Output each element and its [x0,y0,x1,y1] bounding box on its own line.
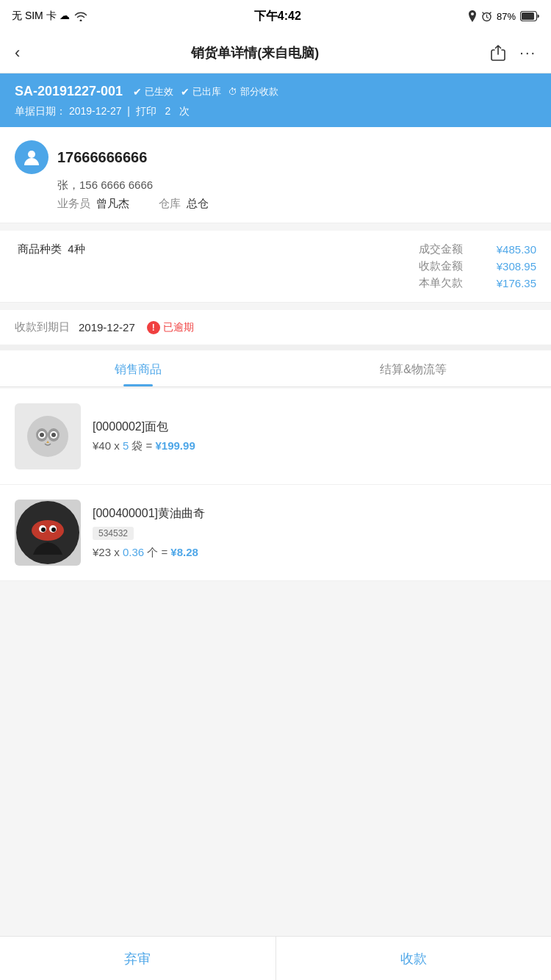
due-section: 收款到期日 2019-12-27 ! 已逾期 [0,310,551,350]
due-date: 2019-12-27 [79,321,135,334]
nav-actions: ··· [490,44,536,61]
collected-label: 收款金额 [419,259,463,273]
warehouse-name: 总仓 [187,197,209,211]
check-icon-2: ✔ [181,86,190,98]
product-info-1: [0000002]面包 ¥40 x 5 袋 = ¥199.99 [93,419,536,453]
debt-label: 本单欠款 [419,276,463,290]
overdue-badge: ! 已逾期 [147,321,194,334]
status-right: 87% [468,10,539,22]
product-qty-1: 5 [123,439,129,452]
customer-phone: 17666666666 [57,149,147,166]
collected-row: 收款金额 ¥308.95 [419,259,536,273]
svg-rect-2 [522,12,534,20]
person-icon [21,147,42,167]
battery-icon [520,11,539,21]
deal-row: 成交金额 ¥485.30 [419,242,536,256]
sales-name: 曾凡杰 [96,197,129,211]
product-name-2: [000400001]黄油曲奇 [93,506,536,522]
sales-label: 业务员 [57,197,90,211]
sales-meta: 业务员 曾凡杰 [57,197,129,211]
status-shipped: ✔ 已出库 [181,85,221,98]
product-qty-2: 0.36 [123,546,144,558]
svg-point-10 [51,433,56,437]
overdue-text: 已逾期 [163,321,194,334]
alarm-icon [481,10,492,22]
status-left: 无 SIM 卡 ☁ [12,10,87,23]
status-time: 下午4:42 [254,9,301,24]
product-total-2: ¥8.28 [170,546,198,558]
clock-icon: ⏱ [228,87,237,97]
back-button[interactable]: ‹ [15,43,20,62]
product-name-1: [0000002]面包 [93,419,536,435]
header-date: 单据日期： 2019-12-27 | 打印 2 次 [15,105,536,118]
status-partial-payment: ⏱ 部分收款 [228,85,278,98]
avatar [15,140,48,174]
warehouse-label: 仓库 [159,197,181,211]
product-thumbnail-1 [15,403,81,469]
sim-label: 无 SIM 卡 ☁ [12,10,70,23]
category-stat: 商品种类 4种 [15,242,85,256]
customer-main-row: 17666666666 [15,140,536,174]
collected-value: ¥308.95 [478,260,536,273]
wifi-icon [74,11,87,21]
customer-meta: 业务员 曾凡杰 仓库 总仓 [15,197,536,211]
more-button[interactable]: ··· [519,44,536,61]
tabs-bar: 销售商品 结算&物流等 [0,350,551,387]
warehouse-meta: 仓库 总仓 [159,197,209,211]
status-effected: ✔ 已生效 [133,85,173,98]
deal-label: 成交金额 [419,242,463,256]
svg-point-17 [51,527,56,532]
bottom-bar: 弃审 收款 [0,936,551,980]
product-list: [0000002]面包 ¥40 x 5 袋 = ¥199.99 [0,389,551,581]
owl-icon [26,414,70,458]
svg-point-13 [32,520,64,541]
status-tags: ✔ 已生效 ✔ 已出库 ⏱ 部分收款 [133,85,278,98]
list-item: [000400001]黄油曲奇 534532 ¥23 x 0.36 个 = ¥8… [0,485,551,581]
stats-section: 商品种类 4种 成交金额 ¥485.30 收款金额 ¥308.95 本单欠款 ¥… [0,231,551,303]
status-bar: 无 SIM 卡 ☁ 下午4:42 87% [0,0,551,32]
svg-point-9 [40,433,44,437]
tab-billing[interactable]: 结算&物流等 [276,350,551,386]
customer-section: 17666666666 张，156 6666 6666 业务员 曾凡杰 仓库 总… [0,127,551,223]
svg-point-3 [28,151,35,158]
product-tag-2: 534532 [93,527,134,540]
product-price-1: ¥40 x 5 袋 = ¥199.99 [93,439,536,453]
cancel-button[interactable]: 弃审 [0,937,276,980]
debt-row: 本单欠款 ¥176.35 [419,276,536,290]
order-id: SA-20191227-001 [15,84,123,99]
location-icon [468,10,477,22]
svg-point-4 [27,416,68,457]
overdue-icon: ! [147,321,160,334]
page-title: 销货单详情(来自电脑) [191,44,319,62]
deal-value: ¥485.30 [478,243,536,256]
customer-name-phone: 张，156 6666 6666 [15,179,536,192]
due-label: 收款到期日 [15,320,70,334]
confirm-button[interactable]: 收款 [276,937,552,980]
product-info-2: [000400001]黄油曲奇 534532 ¥23 x 0.36 个 = ¥8… [93,506,536,560]
battery-label: 87% [497,11,516,22]
product-total-1: ¥199.99 [156,439,195,452]
nav-bar: ‹ 销货单详情(来自电脑) ··· [0,32,551,73]
tab-sales[interactable]: 销售商品 [0,350,276,386]
svg-point-16 [41,527,46,532]
amount-stats: 成交金额 ¥485.30 收款金额 ¥308.95 本单欠款 ¥176.35 [419,242,536,290]
debt-value: ¥176.35 [478,277,536,289]
order-row: SA-20191227-001 ✔ 已生效 ✔ 已出库 ⏱ 部分收款 [15,84,536,99]
product-price-2: ¥23 x 0.36 个 = ¥8.28 [93,546,536,560]
header-banner: SA-20191227-001 ✔ 已生效 ✔ 已出库 ⏱ 部分收款 单据日期：… [0,73,551,127]
list-item: [0000002]面包 ¥40 x 5 袋 = ¥199.99 [0,389,551,485]
product-thumbnail-2 [15,500,81,566]
share-icon[interactable] [490,45,506,61]
product-image-2 [15,500,81,566]
check-icon-1: ✔ [133,86,142,98]
